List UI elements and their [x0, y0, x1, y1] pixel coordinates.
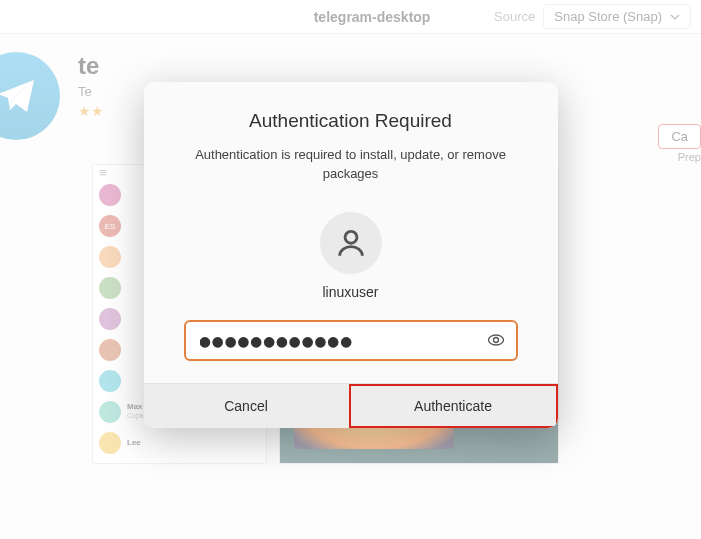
- modal-overlay: Authentication Required Authentication i…: [0, 0, 701, 539]
- svg-point-1: [488, 335, 503, 345]
- authenticate-button[interactable]: Authenticate: [349, 384, 558, 428]
- svg-point-2: [493, 338, 498, 343]
- username-label: linuxuser: [184, 284, 518, 300]
- user-avatar-icon: [320, 212, 382, 274]
- eye-icon[interactable]: [486, 330, 506, 350]
- dialog-message: Authentication is required to install, u…: [184, 146, 518, 184]
- svg-point-0: [345, 231, 357, 243]
- auth-dialog: Authentication Required Authentication i…: [144, 82, 558, 428]
- dialog-title: Authentication Required: [184, 110, 518, 132]
- password-input[interactable]: [184, 320, 518, 361]
- cancel-button[interactable]: Cancel: [144, 384, 349, 428]
